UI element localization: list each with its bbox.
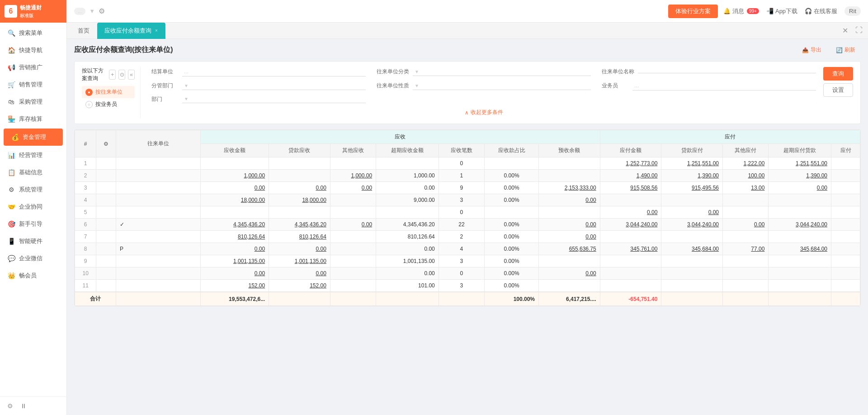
user-info[interactable]: Rit bbox=[844, 6, 861, 16]
yewuyuan-input[interactable]: ... bbox=[632, 81, 816, 91]
tab-close-icon[interactable]: × bbox=[155, 28, 158, 33]
option-by-salesman[interactable]: ○ 按业务员 bbox=[82, 98, 135, 110]
sidebar-item-sales[interactable]: 🛒 销售管理 bbox=[0, 76, 66, 93]
bumen-select[interactable]: ▼ bbox=[182, 95, 366, 103]
cell-other-ys[interactable]: 1,000.00 bbox=[330, 170, 376, 182]
collapse-sidebar-btn[interactable]: ⏸ bbox=[20, 402, 27, 410]
sidebar-item-basic[interactable]: 📋 基础信息 bbox=[0, 164, 66, 181]
collapse-filter-btn[interactable]: « bbox=[128, 70, 135, 80]
app-download-btn[interactable]: 📲 App下载 bbox=[766, 7, 797, 15]
cell-other-yf[interactable]: 1,222.00 bbox=[723, 157, 769, 170]
sidebar-item-finance[interactable]: 💰 资金管理 bbox=[4, 129, 63, 146]
sidebar-item-label: 销售管理 bbox=[19, 81, 42, 89]
export-button[interactable]: 📤 导出 bbox=[797, 44, 827, 56]
option-label: 按往来单位 bbox=[95, 88, 123, 96]
refresh-button[interactable]: 🔄 刷新 bbox=[830, 44, 861, 56]
cell-yf-amount[interactable]: 915,508.56 bbox=[600, 182, 661, 194]
sidebar-item-guide[interactable]: 🎯 新手引导 bbox=[0, 215, 66, 233]
cell-yf-amount[interactable]: 1,490.00 bbox=[600, 170, 661, 182]
sidebar-item-wechat[interactable]: 💬 企业微信 bbox=[0, 250, 66, 267]
sidebar-item-hardware[interactable]: 📱 智能硬件 bbox=[0, 233, 66, 250]
cell-yushou[interactable]: 0.00 bbox=[539, 231, 600, 243]
tab-home[interactable]: 首页 bbox=[71, 23, 97, 39]
query-button[interactable]: 查询 bbox=[823, 67, 853, 81]
cell-yushou[interactable]: 0.00 bbox=[539, 219, 600, 231]
cell-dk-ys[interactable]: 0.00 bbox=[269, 182, 330, 194]
sidebar-item-marketing[interactable]: 📢 营销推广 bbox=[0, 59, 66, 76]
cell-other-ys[interactable]: 0.00 bbox=[330, 219, 376, 231]
cell-dk-ys[interactable]: 152.00 bbox=[269, 280, 330, 292]
sidebar-item-member[interactable]: 👑 畅会员 bbox=[0, 267, 66, 284]
cell-overdue-yf[interactable]: 1,390.00 bbox=[769, 170, 831, 182]
cell-overdue-yf[interactable]: 1,251,551.00 bbox=[769, 157, 831, 170]
cell-yf-amount[interactable]: 345,761.00 bbox=[600, 243, 661, 255]
cell-yf-amount[interactable]: 3,044,240.00 bbox=[600, 219, 661, 231]
cell-dk-ys[interactable]: 18,000.00 bbox=[269, 194, 330, 206]
sidebar-item-search-menu[interactable]: 🔍 搜索菜单 bbox=[0, 24, 66, 42]
maximize-icon[interactable]: ⛶ bbox=[854, 24, 864, 37]
cell-dk-ys[interactable]: 4,345,436.20 bbox=[269, 219, 330, 231]
service-btn[interactable]: 🎧 在线客服 bbox=[805, 7, 837, 15]
cell-ys-amount[interactable]: 152.00 bbox=[200, 280, 269, 292]
col-settings[interactable]: ⚙ bbox=[96, 130, 116, 157]
cell-ys-amount[interactable]: 0.00 bbox=[200, 182, 269, 194]
cell-ys-amount[interactable]: 4,345,436.20 bbox=[200, 219, 269, 231]
cell-num: 5 bbox=[75, 206, 96, 219]
cell-dk-yf[interactable]: 3,044,240.00 bbox=[661, 219, 723, 231]
sidebar-item-operation[interactable]: 📊 经营管理 bbox=[0, 147, 66, 164]
cell-yushou[interactable]: 0.00 bbox=[539, 194, 600, 206]
cell-overdue-yf[interactable]: 0.00 bbox=[769, 182, 831, 194]
add-filter-btn[interactable]: + bbox=[109, 70, 116, 80]
notification-btn[interactable]: 🔔 消息 99+ bbox=[723, 7, 759, 15]
collapse-more-btn[interactable]: ∧ 收起更多条件 bbox=[151, 107, 816, 118]
option-by-unit[interactable]: ● 按往来单位 bbox=[82, 86, 135, 98]
cell-other-yf[interactable]: 100.00 bbox=[723, 170, 769, 182]
sidebar-item-cooperation[interactable]: 🤝 企业协同 bbox=[0, 198, 66, 215]
cell-dk-yf[interactable]: 345,684.00 bbox=[661, 243, 723, 255]
cell-dk-yf[interactable]: 1,251,551.00 bbox=[661, 157, 723, 170]
cell-other-yf[interactable]: 0.00 bbox=[723, 219, 769, 231]
cta-button[interactable]: 体验行业方案 bbox=[668, 5, 718, 18]
cell-dk-ys[interactable]: 0.00 bbox=[269, 243, 330, 255]
sidebar-item-purchase[interactable]: 🛍 采购管理 bbox=[0, 93, 66, 110]
cell-yf-amount[interactable]: 1,252,773.00 bbox=[600, 157, 661, 170]
cell-ys-amount[interactable]: 18,000.00 bbox=[200, 194, 269, 206]
cell-dk-yf[interactable]: 1,390.00 bbox=[661, 170, 723, 182]
sidebar-item-inventory[interactable]: 🏪 库存核算 bbox=[0, 110, 66, 128]
cell-overdue-yf[interactable]: 345,684.00 bbox=[769, 243, 831, 255]
fenguan-select[interactable]: ▼ bbox=[182, 82, 366, 90]
wanglai-xingzhi-select[interactable]: ▼ bbox=[413, 82, 591, 90]
cell-ys-amount[interactable]: 0.00 bbox=[200, 243, 269, 255]
cell-dk-ys[interactable]: 810,126.64 bbox=[269, 231, 330, 243]
settings-filter-btn[interactable]: ⊙ bbox=[118, 70, 125, 80]
cell-other-ys[interactable]: 0.00 bbox=[330, 182, 376, 194]
cell-yf-amount[interactable]: 0.00 bbox=[600, 206, 661, 219]
cell-yushou[interactable]: 655,636.75 bbox=[539, 243, 600, 255]
cell-dk-yf[interactable]: 915,495.56 bbox=[661, 182, 723, 194]
cell-dk-ys[interactable]: 0.00 bbox=[269, 267, 330, 280]
cell-other-yf[interactable]: 77.00 bbox=[723, 243, 769, 255]
sidebar-item-quick-nav[interactable]: 🏠 快捷导航 bbox=[0, 42, 66, 59]
cell-yushou[interactable]: 0.00 bbox=[539, 267, 600, 280]
wanglai-fenl-select[interactable]: ▼ bbox=[413, 68, 591, 76]
jiesuan-input[interactable]: ... bbox=[182, 67, 366, 76]
cell-dk-yf[interactable]: 0.00 bbox=[661, 206, 723, 219]
set-button[interactable]: 设置 bbox=[823, 83, 853, 97]
cell-ys-amount[interactable]: 1,001,135.00 bbox=[200, 255, 269, 267]
cell-ys-amount[interactable]: 810,126.64 bbox=[200, 231, 269, 243]
cell-dk-ys[interactable]: 1,001,135.00 bbox=[269, 255, 330, 267]
sidebar-item-system[interactable]: ⚙ 系统管理 bbox=[0, 181, 66, 198]
tab-current[interactable]: 应收应付余额查询 × bbox=[97, 23, 165, 39]
cell-ys-amount[interactable]: 0.00 bbox=[200, 267, 269, 280]
gear-icon[interactable]: ⚙ bbox=[99, 7, 105, 15]
cell-yf-extra bbox=[831, 231, 860, 243]
cell-other-yf[interactable]: 13.00 bbox=[723, 182, 769, 194]
window-close-icon[interactable]: ✕ bbox=[840, 24, 850, 37]
cell-other-ys bbox=[330, 267, 376, 280]
cell-mark bbox=[96, 280, 116, 292]
cell-overdue-yf[interactable]: 3,044,240.00 bbox=[769, 219, 831, 231]
cell-yushou[interactable]: 2,153,333.00 bbox=[539, 182, 600, 194]
settings-footer-icon[interactable]: ⚙ bbox=[7, 402, 13, 410]
wanglai-name-input[interactable] bbox=[638, 70, 816, 73]
cell-ys-amount[interactable]: 1,000.00 bbox=[200, 170, 269, 182]
